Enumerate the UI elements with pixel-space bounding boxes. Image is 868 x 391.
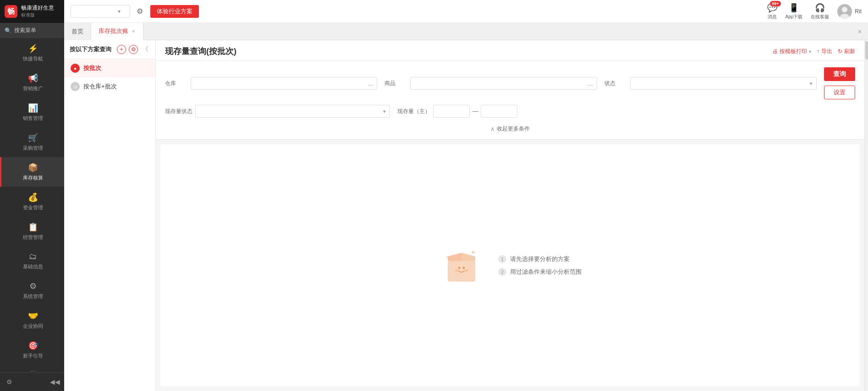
user-area[interactable]: Rit	[837, 4, 862, 19]
collapse-panel-btn[interactable]: 《	[141, 45, 150, 54]
svg-text:★: ★	[471, 249, 476, 255]
filter-area: 仓库 ... 商品 ... 状态	[156, 61, 864, 140]
guide-label: 新手引导	[23, 353, 43, 359]
sidebar-item-marketing[interactable]: 📢 营销推广	[0, 68, 64, 98]
sidebar-item-operations[interactable]: 📋 经营管理	[0, 217, 64, 246]
collapse-sidebar-btn[interactable]: ◀◀	[50, 377, 60, 386]
query-btn[interactable]: 查询	[824, 67, 855, 81]
sidebar-footer: ⚙ ◀◀	[0, 372, 64, 391]
topbar-dropdown-icon[interactable]: ▾	[118, 8, 121, 15]
status-select-arrow: ▾	[810, 81, 813, 87]
sidebar-logo: 畅	[5, 5, 17, 18]
sidebar-item-quick-nav[interactable]: ⚡ 快捷导航	[0, 38, 64, 68]
sidebar-item-purchase[interactable]: 🛒 采购管理	[0, 127, 64, 157]
notifications-label: 消息	[768, 14, 777, 20]
notifications-badge: 99+	[770, 1, 780, 6]
tab-inventory-batch[interactable]: 库存批次账 ×	[91, 23, 143, 40]
enterprise-label: 企业协同	[23, 323, 43, 330]
company-name: 畅康通好生意	[21, 5, 54, 12]
warehouse-input-box[interactable]: ...	[191, 77, 377, 90]
export-icon: ↑	[817, 48, 819, 54]
stock-qty-min-input[interactable]	[433, 105, 470, 118]
experience-btn[interactable]: 体验行业方案	[150, 5, 199, 18]
settings-query-btn[interactable]: 设置	[824, 86, 855, 99]
collapse-filter-btn[interactable]: ∧ 收起更多条件	[165, 123, 855, 133]
quick-nav-icon: ⚡	[28, 43, 38, 54]
product-dots[interactable]: ...	[588, 80, 593, 87]
stock-status-arrow: ▾	[383, 109, 386, 114]
guide-icon: 🎯	[28, 341, 38, 351]
avatar-image	[837, 4, 852, 19]
operations-icon: 📋	[28, 222, 38, 232]
export-btn[interactable]: ↑ 导出	[817, 48, 832, 55]
sidebar-item-guide[interactable]: 🎯 新手引导	[0, 335, 64, 365]
sidebar-item-inventory[interactable]: 📦 库存核算	[0, 157, 64, 187]
basic-info-label: 基础信息	[23, 263, 43, 270]
sidebar-nav: ⚡ 快捷导航 📢 营销推广 📊 销售管理 🛒 采购管理 📦 库存核算 💰 资金管…	[0, 38, 64, 372]
settings-btn[interactable]: ⚙	[5, 377, 14, 386]
topbar-search-box[interactable]: ▾	[71, 5, 130, 18]
content-area: 按以下方案查询 + ⚙ 《 ● 按批次 ◎ 按仓库+批次 现存量查询(按批次)	[64, 40, 868, 391]
tab-global-close[interactable]: ×	[852, 28, 868, 35]
sidebar-item-finance[interactable]: 💰 资金管理	[0, 187, 64, 217]
solution-icon-warehouse-batch: ◎	[71, 82, 80, 91]
status-label: 状态	[604, 80, 627, 87]
notifications-action[interactable]: 💬 99+ 消息	[767, 3, 777, 20]
app-download-icon: 📱	[789, 3, 799, 13]
sidebar-item-system[interactable]: ⚙ 系统管理	[0, 276, 64, 305]
add-solution-btn[interactable]: +	[117, 45, 126, 54]
filter-field-warehouse: 仓库 ...	[165, 77, 377, 90]
left-panel-header: 按以下方案查询 + ⚙ 《	[64, 40, 155, 59]
stock-qty-max-input[interactable]	[481, 105, 517, 118]
sidebar-item-sales[interactable]: 📊 销售管理	[0, 98, 64, 127]
empty-illustration: ★ ✦	[439, 243, 484, 288]
solution-item-batch[interactable]: ● 按批次	[64, 59, 155, 77]
inventory-label: 库存核算	[23, 174, 43, 181]
svg-point-7	[458, 266, 460, 269]
tab-close-icon[interactable]: ×	[131, 28, 136, 34]
warehouse-dots[interactable]: ...	[368, 80, 374, 87]
stock-status-select[interactable]: ▾	[195, 105, 390, 118]
collapse-filter-icon: ∧	[490, 125, 495, 132]
print-btn[interactable]: 🖨 按模板打印 ▾	[772, 48, 811, 55]
sidebar: 畅 畅康通好生意 标准版 🔍 搜索菜单 ⚡ 快捷导航 📢 营销推广 📊 销售管理…	[0, 0, 64, 391]
online-service-action[interactable]: 🎧 在线客服	[811, 3, 829, 20]
refresh-btn[interactable]: ↻ 刷新	[838, 48, 855, 55]
username-label: Rit	[855, 8, 862, 15]
sidebar-search[interactable]: 🔍 搜索菜单	[0, 23, 64, 38]
solution-icon-batch: ●	[71, 64, 80, 73]
filter-field-product: 商品 ...	[385, 77, 597, 90]
basic-info-icon: 🗂	[29, 252, 37, 261]
sidebar-item-app-center[interactable]: 📱 应用中心	[0, 365, 64, 372]
solution-settings-btn[interactable]: ⚙	[129, 45, 138, 54]
page-header-actions: 🖨 按模板打印 ▾ ↑ 导出 ↻ 刷新	[772, 48, 855, 55]
scrollbar-thumb[interactable]	[865, 41, 868, 60]
topbar: ▾ ⚙ 体验行业方案 💬 99+ 消息 📱 App下载 🎧 在线客服	[64, 0, 868, 23]
product-input-box[interactable]: ...	[410, 77, 597, 90]
sidebar-item-basic-info[interactable]: 🗂 基础信息	[0, 246, 64, 276]
purchase-icon: 🛒	[28, 133, 38, 143]
svg-point-6	[456, 263, 467, 275]
solution-item-warehouse-batch[interactable]: ◎ 按仓库+批次	[64, 77, 155, 96]
print-icon: 🖨	[772, 48, 778, 54]
sidebar-item-enterprise[interactable]: 🤝 企业协同	[0, 305, 64, 335]
left-panel-actions: + ⚙ 《	[117, 45, 150, 54]
marketing-label: 营销推广	[23, 85, 43, 92]
topbar-settings-icon[interactable]: ⚙	[137, 7, 143, 16]
warehouse-input[interactable]	[195, 80, 368, 87]
stock-qty-label: 现存量（主）	[397, 108, 430, 115]
empty-tip-1: 1 请先选择要分析的方案	[498, 255, 582, 263]
right-panel: 现存量查询(按批次) 🖨 按模板打印 ▾ ↑ 导出 ↻ 刷新	[156, 40, 864, 391]
topbar-search-input[interactable]	[75, 8, 116, 15]
sales-icon: 📊	[28, 103, 38, 113]
product-input[interactable]	[414, 80, 588, 87]
tab-home[interactable]: 首页	[64, 23, 91, 40]
right-scrollbar[interactable]	[864, 40, 868, 391]
print-label: 按模板打印	[780, 48, 807, 55]
refresh-label: 刷新	[844, 48, 855, 55]
action-col: 查询 设置	[824, 67, 855, 99]
status-select-box[interactable]: ▾	[630, 77, 817, 90]
filter-row-2: 现存量状态 ▾ 现存量（主） —	[165, 105, 855, 118]
app-download-action[interactable]: 📱 App下载	[786, 3, 803, 20]
empty-tip-2: 2 用过滤条件来缩小分析范围	[498, 268, 582, 276]
